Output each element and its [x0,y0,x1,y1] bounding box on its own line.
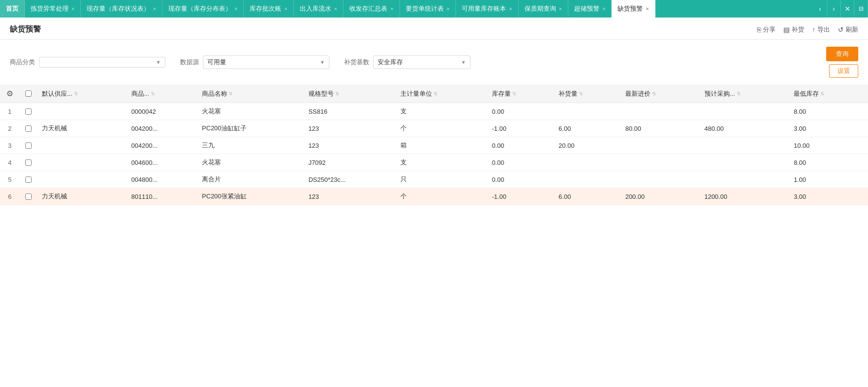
datasource-dropdown-arrow-icon: ▼ [320,59,325,65]
row-checkbox-2 [19,120,37,137]
filter-action-buttons: 查询 设置 [826,47,858,78]
row-min-stock-6: 3.00 [789,188,868,205]
col-header-latest-price[interactable]: 最新进价 ⇅ [620,85,700,103]
tab-next-btn[interactable]: › [827,0,841,18]
tab-expiry-query-close[interactable]: × [559,6,562,12]
tab-overstock-label: 超储预警 [574,4,599,13]
tab-shortage-close[interactable]: × [646,6,649,12]
col-latest-price-label: 最新进价 [625,89,651,98]
row-replenish-qty-2: 6.00 [554,120,620,137]
query-button[interactable]: 查询 [826,47,858,61]
tab-inventory-dist-close[interactable]: × [235,6,237,12]
tab-available-ledger-close[interactable]: × [509,6,512,12]
col-product-code-label: 商品... [131,89,149,98]
tab-expiry-query-label: 保质期查询 [524,4,556,13]
tab-flow[interactable]: 出入库流水 × [294,0,344,18]
row-min-stock-3: 10.00 [789,137,868,154]
tab-available-ledger[interactable]: 可用量库存账本 × [456,0,518,18]
row-num-5: 5 [0,171,19,188]
tab-batch-account-label: 库存批次账 [250,4,281,13]
col-header-product-name[interactable]: 商品名称 ⇅ [197,85,304,103]
select-all-checkbox[interactable] [25,90,32,97]
tab-batch-account[interactable]: 库存批次账 × [244,0,293,18]
col-header-settings[interactable]: ⚙ [0,85,19,103]
row-stock-qty-1: 0.00 [487,103,554,120]
refresh-button[interactable]: ↺ 刷新 [838,25,858,34]
tab-overstock[interactable]: 超储预警 × [568,0,612,18]
tab-exception-close[interactable]: × [72,6,74,12]
col-header-supplier[interactable]: 默认供应... ⇅ [37,85,127,103]
col-min-stock-label: 最低库存 [794,89,819,98]
settings-button[interactable]: 设置 [829,64,858,78]
row-select-checkbox-6[interactable] [25,194,32,200]
tab-flow-close[interactable]: × [334,6,337,12]
table-settings-gear-icon[interactable]: ⚙ [6,89,13,98]
col-header-product-code[interactable]: 商品... ⇅ [127,85,197,103]
row-stock-qty-4: 0.00 [487,154,554,171]
tab-expiry-query[interactable]: 保质期查询 × [519,0,568,18]
row-estimated-purchase-1 [700,103,789,120]
col-header-unit[interactable]: 主计量单位 ⇅ [396,85,487,103]
col-header-replenish-qty[interactable]: 补货量 ⇅ [554,85,620,103]
tab-close-all-btn[interactable]: ⊟ [854,0,868,18]
category-select[interactable]: ▼ [39,57,165,68]
col-header-min-stock[interactable]: 最低库存 ⇅ [789,85,868,103]
row-replenish-qty-1 [554,103,620,120]
tab-prev-btn[interactable]: ‹ [814,0,827,18]
col-product-name-label: 商品名称 [202,89,227,98]
row-unit-1: 支 [396,103,487,120]
tab-exception[interactable]: 拣货异常处理 × [25,0,81,18]
category-filter-label: 商品分类 [10,58,35,67]
replenish-icon: ▤ [783,26,790,34]
table-row: 5 004800... 离合片 DS250*23c... 只 0.00 1.00 [0,171,868,188]
row-supplier-6: 力天机械 [37,188,127,205]
tab-batch-account-close[interactable]: × [284,6,287,12]
replenish-button[interactable]: ▤ 补货 [783,25,804,34]
table-row: 1 0000042 火花塞 SS816 支 0.00 8.00 [0,103,868,120]
datasource-select[interactable]: 可用量 ▼ [203,55,329,69]
row-min-stock-5: 1.00 [789,171,868,188]
tab-nav-controls: ‹ › ✕ ⊟ [814,0,868,18]
row-checkbox-4 [19,154,37,171]
col-header-estimated-purchase[interactable]: 预计采购... ⇅ [700,85,789,103]
header-actions: ⎘ 分享 ▤ 补货 ↑ 导出 ↺ 刷新 [757,25,858,34]
tab-home[interactable]: 首页 [0,0,25,18]
category-filter-group: 商品分类 ▼ [10,57,165,68]
table-row: 2 力天机械 004200... PC200油缸缸子 123 个 -1.00 6… [0,120,868,137]
tab-inventory-status-close[interactable]: × [153,6,156,12]
col-header-stock-qty[interactable]: 库存量 ⇅ [487,85,554,103]
row-select-checkbox-1[interactable] [25,108,32,115]
tab-inventory-status[interactable]: 现存量（库存状况表） × [81,0,162,18]
row-latest-price-2: 80.00 [620,120,700,137]
row-stock-qty-5: 0.00 [487,171,554,188]
row-select-checkbox-2[interactable] [25,125,32,132]
row-latest-price-3 [620,137,700,154]
tab-receive-summary-label: 收发存汇总表 [349,4,387,13]
tab-receive-summary-close[interactable]: × [390,6,393,12]
row-product-code-1: 0000042 [127,103,197,120]
filter-bar: 商品分类 ▼ 数据源 可用量 ▼ 补货基数 安全库存 ▼ 查询 设置 [0,40,868,85]
row-select-checkbox-4[interactable] [25,159,32,166]
row-supplier-3 [37,137,127,154]
export-button[interactable]: ↑ 导出 [812,25,830,34]
row-num-1: 1 [0,103,19,120]
tab-demand-stats-close[interactable]: × [447,6,450,12]
tab-inventory-dist[interactable]: 现存量（库存分布表） × [163,0,244,18]
tab-close-current-btn[interactable]: ✕ [841,0,854,18]
tab-receive-summary[interactable]: 收发存汇总表 × [344,0,399,18]
col-header-spec[interactable]: 规格型号 ⇅ [304,85,396,103]
replenish-basis-select[interactable]: 安全库存 ▼ [373,55,470,69]
row-select-checkbox-3[interactable] [25,142,32,149]
row-select-checkbox-5[interactable] [25,176,32,183]
row-checkbox-5 [19,171,37,188]
tab-shortage[interactable]: 缺货预警 × [612,0,655,18]
row-product-name-5: 离合片 [197,171,304,188]
tab-flow-label: 出入库流水 [300,4,331,13]
tab-demand-stats-label: 要货单统计表 [406,4,444,13]
share-button[interactable]: ⎘ 分享 [757,25,776,34]
replenish-basis-value: 安全库存 [378,58,403,67]
tab-demand-stats[interactable]: 要货单统计表 × [400,0,456,18]
tab-home-label: 首页 [6,4,18,13]
category-dropdown-arrow-icon: ▼ [156,59,161,65]
tab-overstock-close[interactable]: × [602,6,605,12]
